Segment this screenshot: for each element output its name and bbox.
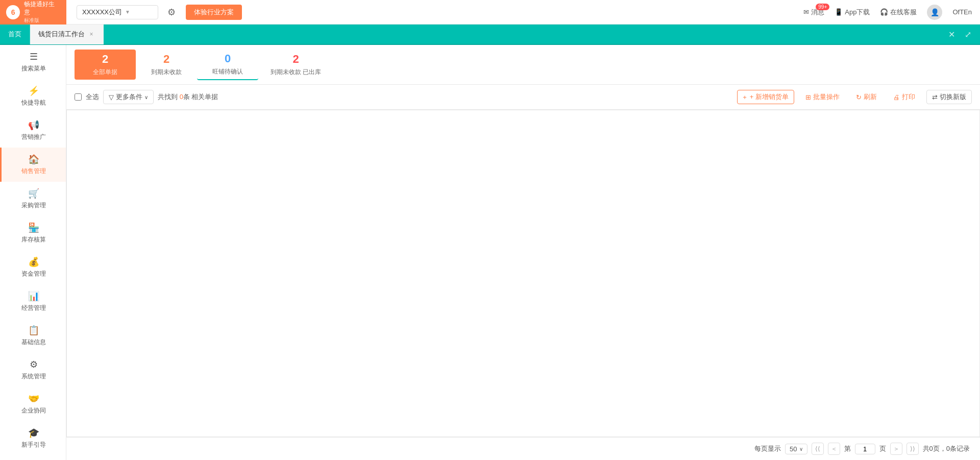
settings-button[interactable]: ⚙ [163,4,180,20]
system-icon: ⚙ [30,359,38,370]
stat-card-wangpu[interactable]: 0 旺铺待确认 [197,49,258,80]
inventory-icon: 🏪 [28,222,39,233]
first-page-button[interactable]: ⟨⟨ [812,443,824,455]
found-prefix: 共找到 [158,93,178,101]
menu-search-icon: ☰ [30,51,38,62]
sidebar: ☰ 搜索菜单 ⚡ 快捷导航 📢 营销推广 🏠 销售管理 🛒 采购管理 🏪 库存核… [0,45,66,460]
stat-num-wangpu: 0 [225,52,231,65]
print-icon: 🖨 [893,93,900,101]
batch-icon: ⊞ [805,93,811,101]
stat-card-all[interactable]: 2 全部单据 [75,50,136,80]
online-service-button[interactable]: 🎧 在线客服 [880,8,917,17]
user-name-area[interactable]: OfTEn [952,8,972,16]
more-filter-button[interactable]: ▽ 更多条件 ∨ [103,90,154,104]
message-button[interactable]: ✉ 消息 99+ [803,8,824,17]
found-unit: 条 [183,93,190,101]
switch-icon: ⇄ [932,93,938,101]
sidebar-item-guide[interactable]: 🎓 新手引导 [0,421,66,455]
print-button[interactable]: 🖨 打印 [888,90,920,104]
batch-operation-button[interactable]: ⊞ 批量操作 [800,90,845,104]
logo-icon: 6 [6,5,20,19]
page-total: 共0页，0条记录 [923,444,970,453]
filter-dropdown-icon: ∨ [144,94,148,100]
app-download-icon: 📱 [835,8,843,16]
sales-icon: 🏠 [28,154,39,165]
stats-bar: 2 全部单据 2 到期未收款 0 旺铺待确认 2 到期未收款 已出库 [66,45,980,85]
stat-num-shipped: 2 [293,53,299,66]
page-label: 第 [844,444,851,453]
app-download-button[interactable]: 📱 App下载 [835,8,870,17]
user-avatar[interactable]: 👤 [927,5,942,20]
stat-label-all: 全部单据 [93,68,117,77]
page-size-arrow-icon: ∨ [799,446,803,452]
select-all-label: 全选 [86,92,99,102]
sidebar-item-base-info[interactable]: 📋 基础信息 [0,319,66,353]
sidebar-label-search-menu: 搜索菜单 [21,64,46,73]
toolbar-left: 全选 ▽ 更多条件 ∨ 共找到 0条 相关单据 [75,90,731,104]
guide-icon: 🎓 [28,427,39,439]
sidebar-item-sales[interactable]: 🏠 销售管理 [0,148,66,182]
sidebar-label-operations: 经营管理 [21,304,46,312]
sidebar-label-guide: 新手引导 [21,441,46,449]
logo-area: 6 畅捷通好生意 标准版 [0,0,66,25]
stat-label-wangpu: 旺铺待确认 [212,67,243,76]
sidebar-item-purchase[interactable]: 🛒 采购管理 [0,182,66,216]
tab-expand-icon[interactable]: ⤢ [962,28,974,40]
marketing-icon: 📢 [28,119,39,131]
sidebar-item-quick-nav[interactable]: ⚡ 快捷导航 [0,79,66,113]
logo-subtitle: 标准版 [24,17,60,23]
prev-page-button[interactable]: ＜ [828,443,840,455]
sidebar-item-system[interactable]: ⚙ 系统管理 [0,353,66,387]
refresh-button[interactable]: ↻ 刷新 [851,90,882,104]
sidebar-item-inventory[interactable]: 🏪 库存核算 [0,216,66,250]
found-count: 0 [180,93,183,101]
refresh-icon: ↻ [856,93,862,101]
last-page-button[interactable]: ⟩⟩ [906,443,919,455]
switch-new-version-button[interactable]: ⇄ 切换新版 [926,90,972,104]
select-all-checkbox[interactable] [75,93,82,101]
sidebar-label-inventory: 库存核算 [21,235,46,244]
sidebar-item-marketing[interactable]: 📢 营销推广 [0,113,66,148]
tab-workbench-label: 钱货日清工作台 [38,30,85,39]
stat-num-all: 2 [102,53,108,66]
page-size-selector[interactable]: 50 ∨ [785,444,807,454]
main-layout: ☰ 搜索菜单 ⚡ 快捷导航 📢 营销推广 🏠 销售管理 🛒 采购管理 🏪 库存核… [0,45,980,460]
tab-close-icon[interactable]: × [88,31,95,38]
sidebar-label-purchase: 采购管理 [21,201,46,210]
sidebar-item-enterprise[interactable]: 🤝 企业协同 [0,387,66,421]
page-number-input[interactable] [855,444,875,454]
stat-card-shipped[interactable]: 2 到期未收款 已出库 [258,50,333,80]
logo-title: 畅捷通好生意 [24,1,60,16]
page-size-value: 50 [790,445,797,453]
tab-work-bench[interactable]: 钱货日清工作台 × [30,24,104,44]
page-suffix: 页 [879,444,886,453]
sidebar-label-quick-nav: 快捷导航 [21,99,46,107]
pagination-bar: 每页显示 50 ∨ ⟨⟨ ＜ 第 页 ＞ ⟩⟩ 共0页，0条记录 [66,437,980,460]
tab-close-window-icon[interactable]: ✕ [945,28,958,40]
sidebar-item-finance[interactable]: 💰 资金管理 [0,250,66,284]
online-service-label: 在线客服 [890,8,917,17]
stat-card-overdue[interactable]: 2 到期未收款 [136,50,197,80]
message-badge: 99+ [816,4,829,10]
try-industry-button[interactable]: 体验行业方案 [186,5,242,20]
refresh-label: 刷新 [864,92,877,102]
tab-home[interactable]: 首页 [0,24,30,44]
sidebar-item-app-center[interactable]: 📦 应用中心 [0,455,66,460]
page-size-label: 每页显示 [754,444,781,453]
app-download-label: App下载 [845,8,870,17]
finance-icon: 💰 [28,256,39,268]
company-name: XXXXXX公司 [82,8,122,17]
sidebar-label-finance: 资金管理 [21,270,46,278]
base-info-icon: 📋 [28,325,39,336]
filter-label: 更多条件 [116,92,142,102]
add-sale-order-button[interactable]: + + 新增销货单 [737,90,794,104]
switch-label: 切换新版 [940,92,966,102]
company-selector[interactable]: XXXXXX公司 ▼ [77,5,158,19]
avatar-icon: 👤 [930,8,939,16]
sidebar-item-operations[interactable]: 📊 经营管理 [0,284,66,319]
sidebar-label-enterprise: 企业协同 [21,406,46,415]
next-page-button[interactable]: ＞ [890,443,902,455]
dropdown-arrow-icon: ▼ [125,9,130,15]
sidebar-item-search-menu[interactable]: ☰ 搜索菜单 [0,45,66,79]
print-label: 打印 [902,92,915,102]
